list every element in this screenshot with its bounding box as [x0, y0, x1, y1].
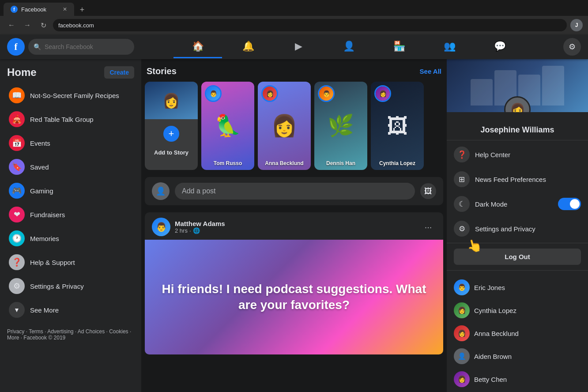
profile-name[interactable]: Josephine Williams [447, 125, 588, 138]
see-all-button[interactable]: See All [420, 68, 441, 75]
sidebar-label-events: Events [30, 139, 50, 147]
post-meta: Matthew Adams 2 hrs · 🌐 [175, 220, 416, 234]
facebook-app: f 🔍 🏠 🔔 ▶ 👤 🏪 👥 💬 [0, 34, 588, 392]
add-story-card[interactable]: 👩 + Add to Story [145, 82, 198, 170]
marketplace-icon: 🏪 [393, 41, 405, 52]
story-name-tom: Tom Russo [201, 160, 254, 166]
help-center-icon: ❓ [454, 147, 470, 162]
menu-item-settings-privacy[interactable]: ⚙ Settings and Privacy [447, 216, 588, 241]
composer-avatar: 👤 [152, 182, 170, 200]
friend-avatar-betty: 👩 [454, 371, 470, 387]
stories-grid: 👩 + Add to Story 👨 [145, 82, 443, 170]
top-navigation: f 🔍 🏠 🔔 ▶ 👤 🏪 👥 💬 [0, 34, 588, 59]
story-anna-becklund[interactable]: 👩 👩 Anna Becklund [258, 82, 311, 170]
story-avatar-tom: 👨 [205, 85, 222, 102]
settings-button[interactable]: ⚙ [563, 38, 581, 56]
dark-mode-label: Dark Mode [475, 200, 558, 208]
post-author-avatar: 👨 [152, 218, 170, 236]
friend-name-cynthia: Cynthia Lopez [474, 307, 516, 314]
sidebar-item-fundraisers[interactable]: ❤ Fundraisers [4, 203, 138, 226]
post-more-button[interactable]: ··· [420, 219, 436, 235]
groups-icon: 👥 [444, 41, 456, 52]
sidebar-item-saved[interactable]: 🔖 Saved [4, 155, 138, 178]
sidebar-item-events[interactable]: 📅 Events [4, 132, 138, 155]
active-tab[interactable]: f Facebook ✕ [4, 3, 74, 16]
new-tab-button[interactable]: + [76, 4, 88, 16]
messenger-icon: 💬 [494, 41, 506, 52]
friend-item-betty-chen[interactable]: 👩 Betty Chen [447, 368, 588, 391]
profile-card-background: 👩 [447, 59, 588, 112]
sidebar-label-gaming: Gaming [30, 187, 53, 195]
story-avatar-anna: 👩 [261, 85, 278, 102]
story-name-dennis: Dennis Han [314, 160, 367, 166]
story-dennis-han[interactable]: 👨 🌿 Dennis Han [314, 82, 367, 170]
friend-name-betty: Betty Chen [474, 376, 507, 383]
left-sidebar: Home Create 📖 Not-So-Secret Family Recip… [0, 59, 141, 392]
logout-button[interactable]: Log Out [454, 249, 581, 265]
friend-item-anna-becklund[interactable]: 👩 Anna Becklund [447, 322, 588, 345]
friend-avatar-aiden: 👤 [454, 348, 470, 364]
composer-input[interactable]: Add a post [175, 183, 415, 200]
settings-icon: ⚙ [569, 42, 576, 52]
nav-messenger[interactable]: 💬 [475, 35, 524, 58]
sidebar-header: Home Create [4, 63, 138, 84]
friend-item-aiden-brown[interactable]: 👤 Aiden Brown [447, 345, 588, 368]
sidebar-item-gaming[interactable]: 🎮 Gaming [4, 179, 138, 202]
menu-divider-1 [447, 140, 588, 140]
sidebar-item-settings[interactable]: ⚙ Settings & Privacy [4, 275, 138, 298]
search-bar[interactable]: 🔍 [28, 39, 134, 55]
nav-friends[interactable]: 👤 [324, 35, 373, 58]
sidebar-item-memories[interactable]: 🕐 Memories [4, 227, 138, 250]
dark-mode-icon: ☾ [454, 196, 470, 212]
post-composer: 👤 Add a post 🖼 [145, 177, 443, 205]
story-tom-russo[interactable]: 👨 🦜 Tom Russo [201, 82, 254, 170]
privacy-icon: 🌐 [193, 227, 200, 234]
post-header: 👨 Matthew Adams 2 hrs · 🌐 ··· [145, 212, 443, 240]
tab-close-button[interactable]: ✕ [63, 6, 67, 12]
address-bar[interactable]: facebook.com [53, 19, 567, 31]
friend-name-eric: Eric Jones [474, 284, 505, 291]
dark-mode-toggle[interactable] [558, 198, 581, 210]
menu-item-dark-mode[interactable]: ☾ Dark Mode [447, 192, 588, 216]
friend-item-eric-jones[interactable]: 👨 Eric Jones [447, 276, 588, 299]
settings-privacy-label: Settings and Privacy [475, 225, 535, 233]
friend-item-cynthia-lopez[interactable]: 👩 Cynthia Lopez [447, 299, 588, 322]
sidebar-item-red-table[interactable]: 🎪 Red Table Talk Group [4, 108, 138, 131]
nav-home[interactable]: 🏠 [173, 35, 222, 58]
menu-item-help-center[interactable]: ❓ Help Center [447, 142, 588, 167]
nav-right: ⚙ [563, 38, 581, 56]
nav-notifications[interactable]: 🔔 [224, 35, 272, 58]
menu-item-newsfeed-prefs[interactable]: ⊞ News Feed Preferences [447, 167, 588, 192]
search-input[interactable] [45, 43, 129, 50]
create-button[interactable]: Create [104, 66, 134, 79]
story-name-cynthia: Cynthia Lopez [371, 160, 424, 166]
browser-profile-button[interactable]: J [570, 19, 583, 31]
nav-watch[interactable]: ▶ [274, 35, 323, 58]
nav-groups[interactable]: 👥 [425, 35, 474, 58]
refresh-button[interactable]: ↻ [37, 19, 49, 31]
sidebar-label-saved: Saved [30, 163, 49, 171]
facebook-logo[interactable]: f [7, 38, 25, 56]
settings-privacy-icon: ⚙ [454, 221, 470, 237]
main-content: Home Create 📖 Not-So-Secret Family Recip… [0, 59, 588, 392]
post-content-text: Hi friends! I need podcast suggestions. … [155, 281, 433, 313]
footer-links: Privacy · Terms · Advertising · Ad Choic… [7, 328, 131, 341]
back-button[interactable]: ← [5, 19, 18, 31]
forward-button[interactable]: → [21, 19, 34, 31]
add-story-circle: + [162, 124, 181, 143]
stories-header: Stories See All [145, 66, 443, 76]
sidebar-label-help: Help & Support [30, 259, 75, 266]
add-photo-button[interactable]: 🖼 [420, 183, 436, 199]
nav-marketplace[interactable]: 🏪 [375, 35, 423, 58]
help-center-label: Help Center [475, 151, 510, 158]
news-feed: Stories See All 👩 + Add to Story [141, 59, 447, 392]
friend-name-aiden: Aiden Brown [474, 353, 512, 360]
sidebar-item-family-recipes[interactable]: 📖 Not-So-Secret Family Recipes [4, 84, 138, 107]
sidebar-item-help[interactable]: ❓ Help & Support [4, 251, 138, 274]
stories-title: Stories [147, 66, 177, 76]
story-cynthia-lopez[interactable]: 👩 🖼 Cynthia Lopez [371, 82, 424, 170]
search-icon: 🔍 [34, 43, 41, 50]
see-more-chevron-icon: ▼ [9, 302, 25, 318]
tab-favicon: f [11, 6, 18, 13]
sidebar-item-see-more[interactable]: ▼ See More [4, 298, 138, 321]
